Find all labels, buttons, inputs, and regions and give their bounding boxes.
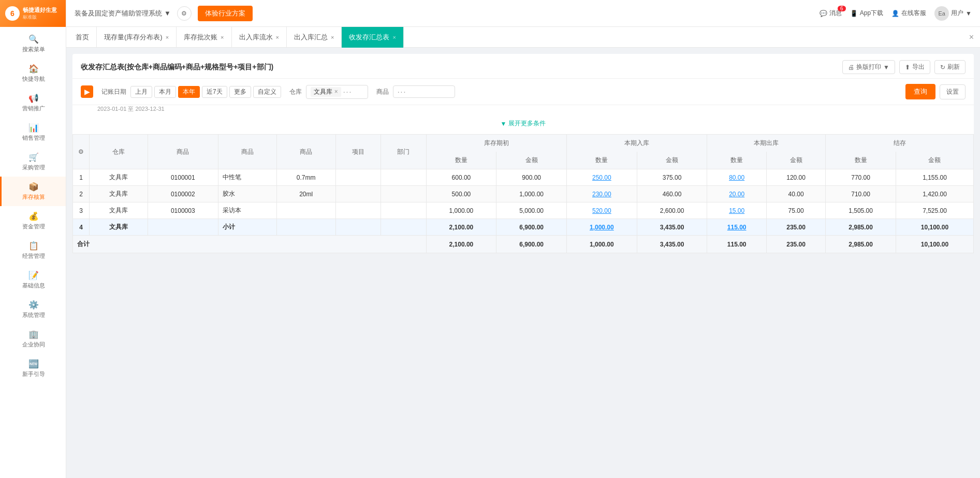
sidebar-item-system[interactable]: ⚙️ 系统管理 bbox=[0, 295, 66, 324]
user-menu[interactable]: Ea 用户 ▼ bbox=[934, 6, 972, 21]
export-button[interactable]: ⬆ 导出 bbox=[899, 60, 930, 74]
row2-in-qty[interactable]: 230.00 bbox=[567, 186, 637, 202]
message-icon: 💬 bbox=[820, 10, 827, 17]
online-service-button[interactable]: 👤 在线客服 bbox=[891, 9, 926, 18]
tab-stock-dist[interactable]: 现存量(库存分布表) × bbox=[97, 27, 177, 48]
row4-warehouse: 文具库 bbox=[90, 219, 148, 236]
search-icon: 🔍 bbox=[28, 34, 39, 44]
tab-batch[interactable]: 库存批次账 × bbox=[177, 27, 231, 48]
sidebar-item-purchase[interactable]: 🛒 采购管理 bbox=[0, 147, 66, 177]
row4-project bbox=[335, 219, 381, 236]
row4-name: 小计 bbox=[218, 219, 276, 236]
system-name: 装备及固定资产辅助管理系统 bbox=[75, 9, 162, 18]
row3-warehouse: 文具库 bbox=[90, 202, 148, 219]
tab-bar-close[interactable]: × bbox=[963, 33, 980, 42]
date-filter-group: 记账日期 上月 本月 本年 近7天 更多 自定义 bbox=[101, 86, 281, 98]
date-btn-custom[interactable]: 自定义 bbox=[253, 86, 281, 98]
warehouse-tag-close[interactable]: × bbox=[334, 88, 338, 95]
tab-close-recv-sum[interactable]: × bbox=[392, 34, 396, 40]
row3-bal-amt: 7,525.00 bbox=[896, 202, 973, 219]
sidebar-item-enterprise[interactable]: 🏢 企业协同 bbox=[0, 324, 66, 354]
row2-code: 0100002 bbox=[148, 186, 218, 202]
message-button[interactable]: 💬 消息 6 bbox=[820, 9, 842, 18]
sidebar-item-search[interactable]: 🔍 搜索菜单 bbox=[0, 29, 66, 59]
row1-no: 1 bbox=[73, 169, 90, 186]
data-table-wrap: ⚙ 仓库 商品 商品 商品 项目 部门 库存期初 本期入库 本期出库 结存 bbox=[72, 134, 974, 253]
date-btn-this-year[interactable]: 本年 bbox=[178, 86, 200, 98]
expand-conditions-button[interactable]: ▼ 展开更多条件 bbox=[494, 117, 552, 130]
row1-in-qty[interactable]: 250.00 bbox=[567, 169, 637, 186]
sidebar-item-marketing[interactable]: 📢 营销推广 bbox=[0, 88, 66, 118]
page-title: 收发存汇总表(按仓库+商品编码+商品+规格型号+项目+部门) bbox=[81, 63, 273, 72]
topbar-right: 💬 消息 6 📱 App下载 👤 在线客服 Ea 用户 ▼ bbox=[820, 6, 972, 21]
tab-close-inout-flow[interactable]: × bbox=[276, 34, 279, 40]
warehouse-input[interactable]: 文具库 × ··· bbox=[306, 85, 368, 99]
row4-in-qty[interactable]: 1,000.00 bbox=[567, 219, 637, 236]
tab-close-stock-dist[interactable]: × bbox=[166, 34, 169, 40]
table-row: 3 文具库 0100003 采访本 1,000.00 5,000.00 520.… bbox=[73, 202, 974, 219]
system-icon: ⚙️ bbox=[28, 300, 39, 310]
sidebar-item-base[interactable]: 📝 基础信息 bbox=[0, 265, 66, 295]
row4-out-amt: 235.00 bbox=[766, 219, 825, 236]
page-actions: 🖨 换版打印 ▼ ⬆ 导出 ↻ 刷新 bbox=[842, 60, 966, 74]
sidebar-item-operations[interactable]: 📋 经营管理 bbox=[0, 236, 66, 265]
row4-out-qty[interactable]: 115.00 bbox=[707, 219, 766, 236]
dropdown-arrow-icon: ▼ bbox=[164, 9, 171, 17]
tab-home[interactable]: 首页 bbox=[68, 27, 97, 48]
col-warehouse-header: 仓库 bbox=[90, 135, 148, 169]
sidebar-item-sales[interactable]: 📊 销售管理 bbox=[0, 118, 66, 147]
settings-button[interactable]: ⚙ bbox=[177, 6, 192, 21]
date-btn-last-month[interactable]: 上月 bbox=[130, 86, 152, 98]
row3-open-amt: 5,000.00 bbox=[496, 202, 567, 219]
refresh-button[interactable]: ↻ 刷新 bbox=[934, 60, 966, 74]
date-btn-more[interactable]: 更多 bbox=[229, 86, 251, 98]
col-open-amt-header: 金额 bbox=[496, 152, 567, 169]
main-area: 装备及固定资产辅助管理系统 ▼ ⚙ 体验行业方案 💬 消息 6 📱 App下载 … bbox=[66, 0, 980, 478]
finance-icon: 💰 bbox=[28, 211, 39, 221]
tab-inout-sum[interactable]: 出入库汇总 × bbox=[287, 27, 342, 48]
total-open-qty: 2,100.00 bbox=[426, 236, 496, 253]
trial-button[interactable]: 体验行业方案 bbox=[198, 6, 253, 21]
date-btn-this-month[interactable]: 本月 bbox=[154, 86, 176, 98]
row1-dept bbox=[381, 169, 426, 186]
sidebar-item-inventory[interactable]: 📦 库存核算 bbox=[0, 177, 66, 206]
app-download-button[interactable]: 📱 App下载 bbox=[850, 9, 883, 18]
system-selector[interactable]: 装备及固定资产辅助管理系统 ▼ bbox=[75, 9, 171, 18]
row3-in-qty[interactable]: 520.00 bbox=[567, 202, 637, 219]
row3-out-qty[interactable]: 15.00 bbox=[707, 202, 766, 219]
total-label: 合计 bbox=[73, 236, 427, 253]
query-button[interactable]: 查询 bbox=[905, 84, 935, 99]
filter-toggle-button[interactable]: ▶ bbox=[81, 85, 93, 98]
warehouse-filter-group: 仓库 文具库 × ··· bbox=[289, 85, 368, 99]
row1-name: 中性笔 bbox=[218, 169, 276, 186]
purchase-icon: 🛒 bbox=[28, 152, 39, 162]
sidebar-item-finance[interactable]: 💰 资金管理 bbox=[0, 206, 66, 236]
row3-name: 采访本 bbox=[218, 202, 276, 219]
tab-recv-sum[interactable]: 收发存汇总表 × bbox=[342, 27, 403, 48]
row3-out-amt: 75.00 bbox=[766, 202, 825, 219]
total-out-qty: 115.00 bbox=[707, 236, 766, 253]
tab-close-inout-sum[interactable]: × bbox=[331, 34, 334, 40]
product-input[interactable]: ··· bbox=[393, 85, 455, 98]
tab-close-batch[interactable]: × bbox=[221, 34, 224, 40]
col-bal-qty-header: 数量 bbox=[826, 152, 896, 169]
date-btn-7days[interactable]: 近7天 bbox=[202, 86, 227, 98]
sidebar-item-guide[interactable]: 🆕 新手引导 bbox=[0, 354, 66, 383]
row1-warehouse: 文具库 bbox=[90, 169, 148, 186]
table-header-top: ⚙ 仓库 商品 商品 商品 项目 部门 库存期初 本期入库 本期出库 结存 bbox=[73, 135, 974, 152]
print-button[interactable]: 🖨 换版打印 ▼ bbox=[842, 60, 895, 74]
row1-out-qty[interactable]: 80.00 bbox=[707, 169, 766, 186]
sidebar-item-quicknav[interactable]: 🏠 快捷导航 bbox=[0, 59, 66, 88]
product-dots[interactable]: ··· bbox=[398, 88, 407, 96]
total-bal-amt: 10,100.00 bbox=[896, 236, 973, 253]
row1-open-amt: 900.00 bbox=[496, 169, 567, 186]
tab-inout-flow[interactable]: 出入库流水 × bbox=[232, 27, 287, 48]
col-settings-header[interactable]: ⚙ bbox=[73, 135, 90, 169]
table-settings-button[interactable]: 设置 bbox=[940, 84, 966, 99]
warehouse-dots[interactable]: ··· bbox=[343, 88, 353, 96]
table-body: 1 文具库 0100001 中性笔 0.7mm 600.00 900.00 25… bbox=[73, 169, 974, 236]
date-range-display: 2023-01-01 至 2023-12-31 bbox=[97, 105, 165, 113]
col-spec-header: 商品 bbox=[276, 135, 335, 169]
row2-out-qty[interactable]: 20.00 bbox=[707, 186, 766, 202]
row1-project bbox=[335, 169, 381, 186]
